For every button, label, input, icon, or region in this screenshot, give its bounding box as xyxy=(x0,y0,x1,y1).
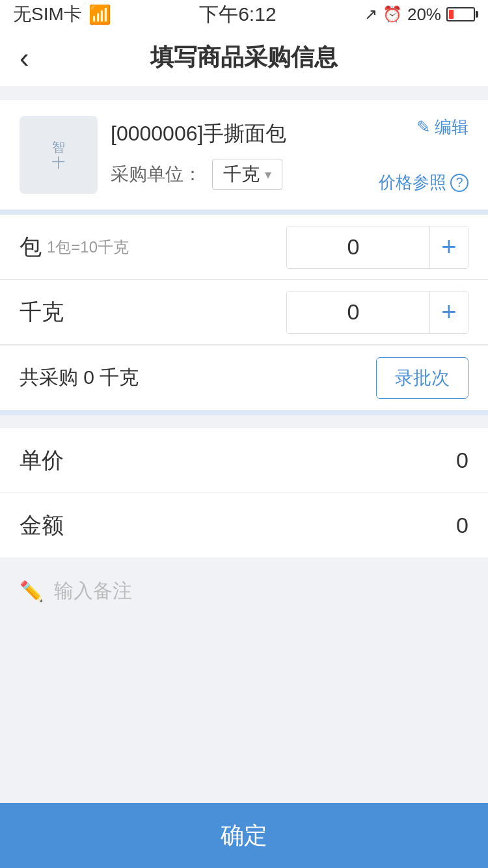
edit-icon: ✎ xyxy=(416,117,431,137)
label-price: 单价 xyxy=(20,446,64,476)
battery-icon xyxy=(446,7,475,21)
status-left: 无SIM卡 📶 xyxy=(13,2,111,27)
info-row-amount: 金额 0 xyxy=(0,493,488,558)
price-ref-button[interactable]: 价格参照 ? xyxy=(379,171,468,194)
location-icon: ↗ xyxy=(364,5,377,23)
price-ref-label: 价格参照 xyxy=(379,171,446,194)
input-row-kg: 千克 + xyxy=(0,280,488,345)
qty-plus-kg[interactable]: + xyxy=(430,292,468,333)
sublabel-bao: 1包=10千克 xyxy=(47,237,129,258)
qty-box-bao: + xyxy=(286,226,468,269)
divider-blue-2 xyxy=(0,410,488,415)
chevron-down-icon: ▾ xyxy=(265,167,271,182)
info-icon: ? xyxy=(450,174,468,192)
nav-bar: ‹ 填写商品采购信息 xyxy=(0,29,488,87)
battery-percent: 20% xyxy=(407,5,441,25)
wifi-icon: 📶 xyxy=(88,4,111,25)
unit-value: 千克 xyxy=(223,162,260,187)
qty-box-kg: + xyxy=(286,291,468,334)
input-row-bao: 包 1包=10千克 + xyxy=(0,215,488,280)
qty-input-kg[interactable] xyxy=(287,292,430,333)
unit-label: 采购单位： xyxy=(111,162,202,187)
info-section: 单价 0 金额 0 xyxy=(0,428,488,558)
page-title: 填写商品采购信息 xyxy=(150,42,338,74)
product-logo: 智 十 xyxy=(52,139,65,170)
unit-select[interactable]: 千克 ▾ xyxy=(212,159,282,190)
product-image: 智 十 xyxy=(20,116,98,194)
total-text: 共采购 0 千克 xyxy=(20,364,139,391)
info-row-price: 单价 0 xyxy=(0,428,488,493)
product-name: [0000006]手撕面包 xyxy=(111,120,468,148)
value-amount: 0 xyxy=(456,513,468,538)
value-price: 0 xyxy=(456,448,468,473)
label-amount: 金额 xyxy=(20,511,64,541)
remark-section[interactable]: ✏️ 输入备注 xyxy=(0,558,488,624)
confirm-button[interactable]: 确定 xyxy=(0,803,488,868)
alarm-icon: ⏰ xyxy=(383,5,402,23)
divider-blue xyxy=(0,210,488,215)
label-kg: 千克 xyxy=(20,297,64,327)
status-right: ↗ ⏰ 20% xyxy=(364,5,475,25)
remark-placeholder: 输入备注 xyxy=(54,578,132,604)
back-button[interactable]: ‹ xyxy=(20,42,29,74)
edit-button[interactable]: ✎ 编辑 xyxy=(416,116,468,139)
carrier-label: 无SIM卡 xyxy=(13,2,82,27)
product-card: 智 十 [0000006]手撕面包 采购单位： 千克 ▾ ✎ 编辑 价格参照 ? xyxy=(0,100,488,210)
qty-plus-bao[interactable]: + xyxy=(430,226,468,268)
total-row: 共采购 0 千克 录批次 xyxy=(0,345,488,410)
qty-input-bao[interactable] xyxy=(287,226,430,268)
status-time: 下午6:12 xyxy=(199,1,276,28)
pencil-icon: ✏️ xyxy=(20,580,44,603)
batch-button[interactable]: 录批次 xyxy=(376,357,468,399)
status-bar: 无SIM卡 📶 下午6:12 ↗ ⏰ 20% xyxy=(0,0,488,29)
input-section: 包 1包=10千克 + 千克 + xyxy=(0,215,488,345)
label-bao: 包 xyxy=(20,232,42,262)
